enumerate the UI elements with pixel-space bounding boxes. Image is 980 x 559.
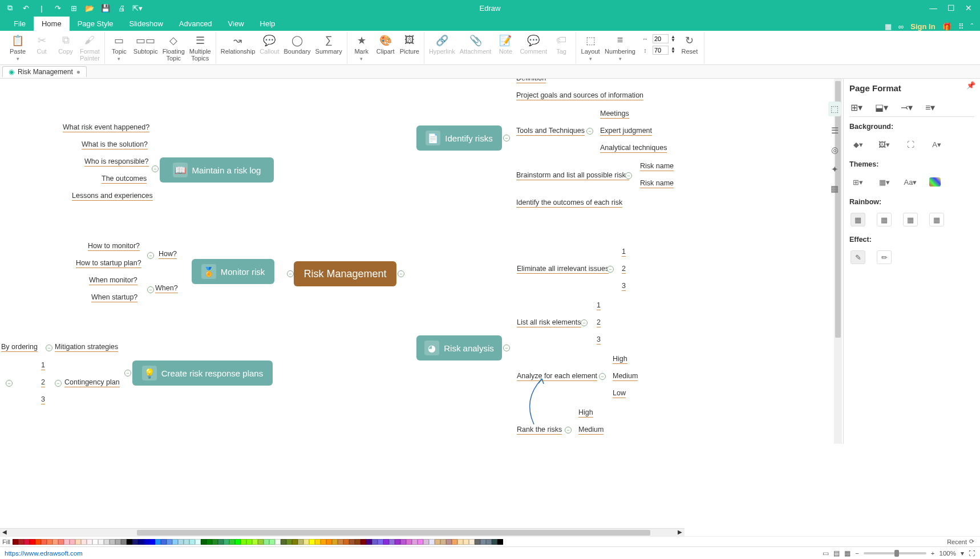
numbering-button[interactable]: ≡Numbering (605, 34, 635, 62)
view-mode-1-icon[interactable]: ▭ (823, 549, 829, 557)
color-swatch[interactable] (497, 539, 503, 545)
tree-icon[interactable]: ⬓▾ (875, 102, 888, 113)
leaf[interactable]: Contingency plan (64, 378, 120, 387)
hspace-input[interactable] (653, 34, 669, 43)
color-swatch[interactable] (41, 539, 47, 545)
tab-slideshow[interactable]: Slideshow (122, 17, 171, 31)
color-swatch[interactable] (98, 539, 104, 545)
expand-icon[interactable]: − (586, 128, 593, 135)
expand-icon[interactable]: − (152, 165, 159, 172)
grid-icon[interactable]: ⊞▾ (851, 102, 862, 113)
expand-icon[interactable]: − (565, 427, 572, 434)
color-swatch[interactable] (229, 539, 235, 545)
color-swatch[interactable] (418, 539, 423, 545)
leaf[interactable]: 3 (597, 335, 601, 345)
collapse-ribbon-icon[interactable]: ˆ (971, 22, 973, 31)
minimize-icon[interactable]: — (929, 3, 937, 13)
expand-icon[interactable]: − (599, 373, 606, 380)
color-swatch[interactable] (423, 539, 429, 545)
color-swatch[interactable] (121, 539, 127, 545)
node-create-response-plans[interactable]: 💡Create risk response plans (132, 360, 273, 386)
color-swatch[interactable] (235, 539, 241, 545)
theme-color-icon[interactable]: ▦▾ (877, 175, 892, 189)
cursor-icon[interactable]: ⬚ (828, 102, 841, 116)
view-mode-3-icon[interactable]: ▦ (844, 549, 851, 557)
color-swatch[interactable] (372, 539, 378, 545)
expand-icon[interactable]: − (124, 370, 131, 376)
color-swatch[interactable] (30, 539, 35, 545)
color-swatch[interactable] (132, 539, 138, 545)
color-swatch[interactable] (286, 539, 292, 545)
color-swatch[interactable] (149, 539, 155, 545)
zoom-dropdown-icon[interactable]: ▾ (961, 549, 964, 557)
color-swatch[interactable] (292, 539, 298, 545)
color-swatch[interactable] (457, 539, 463, 545)
expand-icon[interactable]: − (55, 380, 62, 387)
color-swatch[interactable] (452, 539, 457, 545)
color-swatch[interactable] (412, 539, 418, 545)
color-swatch[interactable] (435, 539, 440, 545)
open-icon[interactable]: 📂 (84, 4, 95, 13)
signin-link[interactable]: Sign In (910, 22, 935, 31)
leaf[interactable]: 3 (622, 282, 626, 291)
color-swatch[interactable] (64, 539, 70, 545)
color-swatch[interactable] (321, 539, 326, 545)
maximize-icon[interactable]: ☐ (947, 3, 955, 13)
leaf[interactable]: Expert judgment (600, 127, 652, 136)
theme-font-icon[interactable]: Aa▾ (903, 175, 918, 189)
leaf[interactable]: Tools and Techniques (516, 127, 585, 136)
apps-icon[interactable]: ⠿ (958, 22, 964, 31)
zoom-out-icon[interactable]: − (855, 550, 859, 557)
color-swatch[interactable] (184, 539, 189, 545)
color-swatch[interactable] (492, 539, 497, 545)
color-swatch[interactable] (218, 539, 224, 545)
tab-advanced[interactable]: Advanced (171, 17, 220, 31)
color-swatch[interactable] (315, 539, 321, 545)
expand-icon[interactable]: − (503, 345, 510, 351)
target-icon[interactable]: ◎ (831, 145, 839, 155)
recent-refresh-icon[interactable]: ⟳ (969, 538, 974, 545)
color-swatch[interactable] (349, 539, 355, 545)
print-icon[interactable]: 🖨 (116, 4, 127, 13)
leaf[interactable]: By ordering (1, 343, 38, 352)
relationship-button[interactable]: ↝Relationship (221, 34, 256, 55)
picture-button[interactable]: 🖼Picture (400, 34, 419, 55)
color-swatch[interactable] (241, 539, 246, 545)
rainbow-2-icon[interactable]: ▦ (877, 213, 892, 226)
color-swatch[interactable] (47, 539, 52, 545)
leaf[interactable]: Eliminate all irrelevant issues (517, 265, 609, 274)
boundary-button[interactable]: ◯Boundary (284, 34, 311, 55)
color-swatch[interactable] (52, 539, 58, 545)
scroll-right-icon[interactable]: ▶ (678, 529, 682, 535)
tab-help[interactable]: Help (252, 17, 284, 31)
multiple-topics-button[interactable]: ☰Multiple Topics (189, 34, 211, 62)
node-maintain-risk-log[interactable]: 📖Maintain a risk log (160, 157, 274, 183)
color-swatch[interactable] (110, 539, 115, 545)
effect-brush-icon[interactable]: ✏ (877, 250, 892, 264)
layout-button[interactable]: ⬚Layout (581, 34, 600, 62)
color-swatch[interactable] (361, 539, 366, 545)
color-swatch[interactable] (389, 539, 395, 545)
node-monitor-risk[interactable]: 🏅Monitor risk (192, 259, 274, 284)
color-swatch[interactable] (201, 539, 206, 545)
subtopic-button[interactable]: ▭▭Subtopic (133, 34, 158, 55)
theme-grid-icon[interactable]: ⊞▾ (851, 175, 865, 189)
floating-topic-button[interactable]: ◇Floating Topic (163, 34, 185, 62)
leaf[interactable]: Low (613, 389, 626, 398)
leaf[interactable]: 2 (41, 378, 45, 387)
color-swatch[interactable] (309, 539, 315, 545)
leaf[interactable]: List all risk elements (517, 318, 581, 327)
color-swatch[interactable] (246, 539, 252, 545)
export-icon[interactable]: ⇱▾ (132, 4, 143, 13)
leaf[interactable]: How to startup plan? (76, 259, 141, 268)
scrollbar-thumb[interactable] (137, 530, 650, 536)
color-swatch[interactable] (446, 539, 452, 545)
leaf[interactable]: Identify the outcomes of each risk (516, 199, 622, 208)
leaf[interactable]: 1 (41, 361, 45, 370)
color-swatch[interactable] (70, 539, 75, 545)
redo-icon[interactable]: ↷ (52, 4, 63, 13)
list-icon[interactable]: ≡▾ (925, 102, 935, 113)
canvas[interactable]: Risk Management − − 📖Maintain a risk log… (0, 79, 833, 444)
color-swatch[interactable] (400, 539, 406, 545)
leaf[interactable]: Brainstorm and list all possible risks (516, 171, 629, 180)
